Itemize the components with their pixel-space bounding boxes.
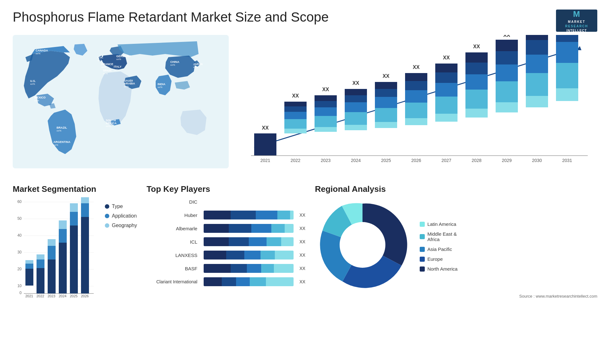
player-name-albemarle: Albemarle: [146, 226, 197, 231]
svg-text:2025: 2025: [381, 158, 391, 163]
svg-rect-59: [435, 114, 458, 122]
country-label-france: FRANCE: [101, 63, 113, 66]
svg-rect-56: [405, 73, 427, 81]
svg-text:xx%: xx%: [116, 58, 121, 61]
svg-text:2026: 2026: [411, 158, 421, 163]
svg-text:0: 0: [19, 291, 22, 295]
segmentation-legend: Type Application Geography: [105, 204, 137, 228]
svg-rect-40: [345, 102, 367, 112]
svg-rect-21: [254, 133, 276, 156]
svg-text:2024: 2024: [59, 294, 66, 298]
svg-text:xx%: xx%: [34, 99, 39, 102]
label-north-america: North America: [427, 266, 458, 272]
logo-box: M MARKET RESEARCH INTELLECT: [556, 10, 597, 32]
svg-text:2023: 2023: [321, 158, 330, 163]
logo-line3: INTELLECT: [566, 29, 587, 33]
svg-rect-81: [526, 73, 548, 96]
svg-text:xx%: xx%: [114, 68, 119, 71]
label-europe: Europe: [427, 256, 443, 262]
svg-rect-38: [345, 125, 367, 130]
svg-rect-60: [435, 97, 458, 114]
svg-rect-49: [375, 82, 397, 89]
world-map: CANADA xx% U.S. xx% MEXICO xx% BRAZIL xx…: [13, 35, 229, 168]
main-content: CANADA xx% U.S. xx% MEXICO xx% BRAZIL xx…: [0, 35, 610, 330]
legend-label-geo: Geography: [112, 223, 137, 228]
legend-application: Application: [105, 213, 137, 219]
country-label-japan: JAPAN: [193, 63, 203, 66]
svg-rect-53: [405, 103, 427, 118]
svg-rect-89: [556, 42, 578, 63]
bar-2027: XX 2027: [435, 55, 458, 163]
svg-text:xx%: xx%: [124, 85, 129, 88]
bar-2026: XX 2026: [405, 64, 427, 163]
player-row-albemarle: Albemarle XX: [146, 224, 305, 233]
svg-text:XX: XX: [262, 125, 269, 131]
svg-rect-52: [405, 118, 427, 125]
bar-2029: XX 2029: [496, 35, 518, 163]
svg-text:2030: 2030: [532, 158, 542, 163]
label-middle-east: Middle East &Africa: [427, 231, 457, 242]
svg-rect-84: [526, 35, 548, 40]
label-latin-america: Latin America: [427, 221, 456, 227]
segmentation-title: Market Segmentation: [13, 184, 137, 194]
player-row-lanxess: LANXESS XX: [146, 251, 305, 260]
svg-rect-34: [315, 101, 337, 107]
svg-rect-126: [70, 212, 78, 226]
bar-2024: XX 2024: [345, 80, 367, 163]
bottom-row: Market Segmentation 60 50 40 30 20 10 0: [13, 184, 597, 330]
legend-middle-east: Middle East &Africa: [420, 231, 458, 242]
svg-rect-87: [556, 88, 578, 101]
svg-text:XX: XX: [383, 73, 390, 79]
donut-chart: [315, 197, 410, 293]
svg-rect-109: [25, 269, 33, 286]
country-label-china: CHINA: [170, 60, 180, 64]
svg-text:XX: XX: [443, 55, 450, 60]
svg-text:2023: 2023: [48, 294, 55, 298]
svg-rect-82: [526, 55, 548, 73]
svg-text:AFRICA: AFRICA: [106, 122, 117, 125]
svg-text:30: 30: [17, 250, 22, 254]
growth-chart-section: XX 2021 XX 2022: [235, 35, 597, 181]
player-value-huber: XX: [299, 212, 305, 218]
player-name-dic: DIC: [146, 199, 197, 205]
color-europe: [420, 257, 425, 262]
svg-text:2021: 2021: [25, 294, 33, 298]
regional-chart-area: Latin America Middle East &Africa Asia P…: [315, 197, 597, 293]
svg-text:xx%: xx%: [36, 52, 40, 55]
segmentation-chart: 60 50 40 30 20 10 0: [13, 197, 95, 299]
player-row-huber: Huber XX: [146, 211, 305, 219]
country-label-germany: GERMANY: [116, 55, 131, 58]
svg-rect-125: [70, 226, 78, 293]
svg-text:2022: 2022: [290, 158, 300, 163]
svg-text:XX: XX: [413, 64, 420, 70]
svg-rect-45: [375, 122, 397, 128]
svg-text:xx%: xx%: [30, 83, 35, 85]
label-asia-pacific: Asia Pacific: [427, 246, 452, 252]
bar-2022: XX 2022: [284, 93, 307, 163]
svg-rect-80: [526, 96, 548, 107]
legend-type: Type: [105, 204, 137, 209]
svg-text:50: 50: [17, 216, 22, 221]
svg-rect-123: [59, 220, 67, 229]
players-section: Top Key Players DIC Huber XX: [146, 184, 305, 330]
player-name-huber: Huber: [146, 212, 197, 218]
svg-text:10: 10: [17, 284, 22, 288]
color-asia-pacific: [420, 247, 425, 252]
color-north-america: [420, 266, 425, 272]
players-title: Top Key Players: [146, 184, 305, 194]
svg-text:2027: 2027: [441, 158, 451, 163]
svg-rect-61: [435, 83, 458, 97]
country-label-uk: U.K.: [98, 56, 103, 59]
top-row: CANADA xx% U.S. xx% MEXICO xx% BRAZIL xx…: [13, 35, 597, 181]
svg-text:XX: XX: [292, 93, 299, 98]
country-label-spain: SPAIN: [103, 69, 112, 72]
svg-text:2021: 2021: [260, 158, 270, 163]
legend-latin-america: Latin America: [420, 221, 458, 227]
legend-dot-type: [105, 204, 109, 209]
player-value-albemarle: XX: [299, 226, 305, 231]
svg-rect-33: [315, 107, 337, 116]
player-row-dic: DIC: [146, 197, 305, 206]
svg-text:ARABIA: ARABIA: [124, 82, 135, 85]
svg-rect-110: [25, 264, 33, 269]
legend-europe: Europe: [420, 256, 458, 262]
